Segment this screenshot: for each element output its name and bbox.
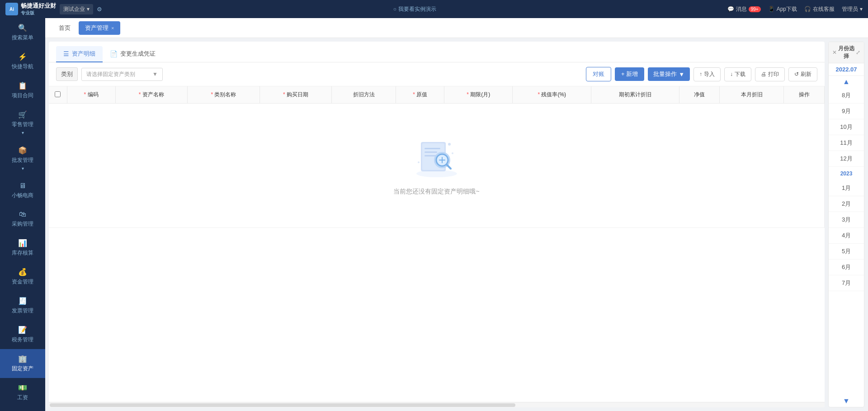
col-period-months: * 期限(月) bbox=[444, 86, 513, 104]
inventory-icon: 📊 bbox=[18, 239, 27, 247]
empty-illustration bbox=[410, 135, 464, 180]
empty-state-row: 当前您还没有固定资产明细哦~ bbox=[49, 104, 825, 228]
sub-tab-asset-detail[interactable]: ☰ 资产明细 bbox=[56, 46, 103, 62]
sidebar: 🔍 搜索菜单 ⚡ 快捷导航 📋 项目合同 🛒 零售管理 ▾ 📦 批发管理 ▾ 🖥… bbox=[0, 18, 45, 411]
month-item-1[interactable]: 1月 bbox=[829, 180, 864, 196]
month-item-7[interactable]: 7月 bbox=[829, 275, 864, 291]
top-bar-left: Ai 畅捷通好业财 专业版 测试企业 ▾ ⚙ bbox=[5, 2, 102, 16]
month-item-9[interactable]: 9月 bbox=[829, 104, 864, 119]
month-item-8[interactable]: 8月 bbox=[829, 88, 864, 104]
month-item-6[interactable]: 6月 bbox=[829, 260, 864, 275]
headset-icon: 🎧 bbox=[804, 6, 811, 12]
sidebar-item-quick-nav[interactable]: ⚡ 快捷导航 bbox=[0, 47, 45, 76]
sidebar-item-inventory[interactable]: 📊 库存核算 bbox=[0, 233, 45, 262]
month-item-10[interactable]: 10月 bbox=[829, 119, 864, 135]
print-button[interactable]: 🖨 打印 bbox=[755, 67, 785, 81]
message-btn[interactable]: 💬 消息 99+ bbox=[727, 5, 761, 13]
download-button[interactable]: ↓ 下载 bbox=[724, 67, 751, 81]
category-select[interactable]: 请选择固定资产类别 ▼ bbox=[81, 68, 163, 81]
main-panel: ☰ 资产明细 📄 变更生成凭证 类别 请选择固定资产类别 bbox=[49, 42, 825, 407]
sidebar-item-ecommerce[interactable]: 🖥 小畅电商 bbox=[0, 176, 45, 205]
col-net-value: 净值 bbox=[679, 86, 720, 104]
page-content: ☰ 资产明细 📄 变更生成凭证 类别 请选择固定资产类别 bbox=[45, 38, 868, 411]
sidebar-item-purchase[interactable]: 🛍 采购管理 bbox=[0, 205, 45, 233]
sidebar-item-salary[interactable]: 💵 工资 bbox=[0, 378, 45, 407]
demo-link[interactable]: ○ 我要看实例演示 bbox=[393, 5, 436, 13]
sidebar-item-retail[interactable]: 🛒 零售管理 ▾ bbox=[0, 105, 45, 141]
month-panel: ✕ 月份选择 ⤢ 2022.07 ▲ 8月 9月 10月 11月 12月 202… bbox=[828, 42, 864, 407]
sidebar-item-project[interactable]: 📋 项目合同 bbox=[0, 76, 45, 105]
app-edition: 专业版 bbox=[21, 10, 56, 16]
online-service-btn[interactable]: 🎧 在线客服 bbox=[804, 5, 835, 13]
sub-tab-change-voucher[interactable]: 📄 变更生成凭证 bbox=[103, 46, 163, 62]
sidebar-item-finance[interactable]: 💰 资金管理 bbox=[0, 262, 45, 291]
empty-state-cell: 当前您还没有固定资产明细哦~ bbox=[49, 104, 825, 228]
tab-close-icon[interactable]: × bbox=[111, 25, 114, 31]
settings-icon[interactable]: ⚙ bbox=[97, 6, 102, 13]
sidebar-item-label: 固定资产 bbox=[12, 365, 33, 373]
month-scroll-up[interactable]: ▲ bbox=[829, 76, 864, 88]
mobile-icon: 📱 bbox=[768, 6, 775, 12]
sidebar-item-label: 项目合同 bbox=[12, 92, 33, 99]
retail-icon: 🛒 bbox=[18, 110, 27, 119]
user-chevron-icon: ▾ bbox=[860, 6, 863, 12]
month-item-4[interactable]: 4月 bbox=[829, 228, 864, 244]
month-item-11[interactable]: 11月 bbox=[829, 135, 864, 151]
add-button[interactable]: + 新增 bbox=[615, 67, 644, 81]
refresh-icon: ↺ bbox=[794, 71, 799, 77]
empty-text: 当前您还没有固定资产明细哦~ bbox=[393, 188, 479, 196]
import-icon: ↑ bbox=[699, 71, 702, 77]
refresh-button[interactable]: ↺ 刷新 bbox=[788, 67, 817, 81]
category-label: 类别 bbox=[56, 67, 78, 81]
sidebar-item-label: 零售管理 bbox=[12, 121, 33, 128]
svg-rect-4 bbox=[425, 151, 437, 153]
user-menu[interactable]: 管理员 ▾ bbox=[842, 5, 863, 13]
tax-icon: 📝 bbox=[18, 326, 27, 334]
month-panel-header: 月份选择 bbox=[837, 45, 856, 60]
col-asset-name: * 资产名称 bbox=[115, 86, 188, 104]
select-all-header[interactable] bbox=[49, 86, 67, 104]
scroll-thumb bbox=[50, 403, 515, 407]
batch-operations-button[interactable]: 批量操作 ▼ bbox=[648, 67, 690, 81]
month-item-12[interactable]: 12月 bbox=[829, 151, 864, 167]
app-title: 畅捷通好业财 bbox=[21, 2, 56, 10]
month-scroll-down[interactable]: ▼ bbox=[829, 395, 864, 407]
sidebar-item-fixed-assets[interactable]: 🏢 固定资产 bbox=[0, 349, 45, 378]
print-icon: 🖨 bbox=[761, 71, 766, 77]
sidebar-item-wholesale[interactable]: 📦 批发管理 ▾ bbox=[0, 141, 45, 176]
tab-asset-management[interactable]: 资产管理 × bbox=[79, 21, 120, 35]
wholesale-icon: 📦 bbox=[18, 146, 27, 155]
bottom-scrollbar[interactable] bbox=[49, 402, 825, 407]
sidebar-item-label: 库存核算 bbox=[12, 249, 33, 257]
month-item-3[interactable]: 3月 bbox=[829, 212, 864, 228]
tab-home[interactable]: 首页 bbox=[52, 21, 77, 35]
month-item-5[interactable]: 5月 bbox=[829, 244, 864, 260]
project-icon: 📋 bbox=[18, 81, 27, 90]
assets-table: * 编码 * 资产名称 * 类别名称 bbox=[49, 86, 825, 228]
sidebar-item-label: 搜索菜单 bbox=[12, 34, 33, 42]
col-original-value: * 原值 bbox=[396, 86, 444, 104]
reconcile-button[interactable]: 对账 bbox=[586, 67, 611, 81]
app-download-btn[interactable]: 📱 App下载 bbox=[768, 5, 797, 13]
sidebar-item-invoice[interactable]: 🧾 发票管理 bbox=[0, 291, 45, 320]
import-button[interactable]: ↑ 导入 bbox=[693, 67, 721, 81]
sidebar-item-label: 批发管理 bbox=[12, 156, 33, 164]
select-all-checkbox[interactable] bbox=[55, 91, 61, 97]
month-item-2[interactable]: 2月 bbox=[829, 196, 864, 212]
svg-point-12 bbox=[448, 143, 451, 146]
col-category-name: * 类别名称 bbox=[188, 86, 260, 104]
company-selector[interactable]: 测试企业 ▾ bbox=[60, 4, 93, 14]
current-year-display: 2022.07 bbox=[829, 63, 864, 76]
salary-icon: 💵 bbox=[18, 383, 27, 392]
message-badge: 99+ bbox=[749, 6, 761, 12]
category-filter: 类别 请选择固定资产类别 ▼ bbox=[56, 67, 163, 81]
app-logo: Ai 畅捷通好业财 专业版 bbox=[5, 2, 56, 16]
sidebar-item-operations[interactable]: 📈 经营管理 bbox=[0, 407, 45, 411]
sidebar-item-tax[interactable]: 📝 税务管理 bbox=[0, 320, 45, 349]
sidebar-item-label: 工资 bbox=[17, 394, 28, 402]
panel-expand-icon[interactable]: ⤢ bbox=[856, 49, 860, 56]
panel-close-icon[interactable]: ✕ bbox=[832, 49, 837, 56]
sidebar-item-search-menu[interactable]: 🔍 搜索菜单 bbox=[0, 18, 45, 47]
sub-tab-bar: ☰ 资产明细 📄 变更生成凭证 bbox=[49, 42, 825, 62]
invoice-icon: 🧾 bbox=[18, 297, 27, 305]
